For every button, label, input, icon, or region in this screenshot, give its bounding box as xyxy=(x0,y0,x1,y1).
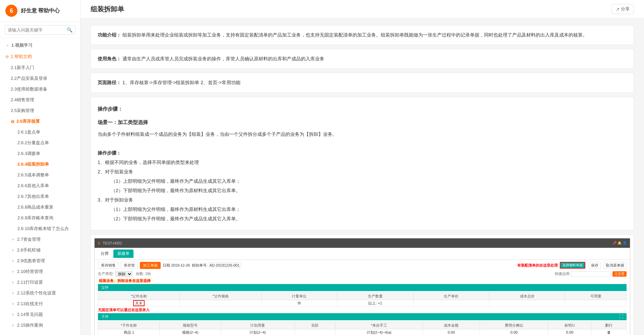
share-icon: ↗ xyxy=(616,7,620,12)
mock-inner-content: 库存销售 库存管 加工单据 日期 2019-12-26 拆卸单号 AD-2019… xyxy=(95,260,630,335)
mock-tab-bar: 自费 新建单 xyxy=(95,248,630,260)
main-area: 组装拆卸单 ↗ 分享 功能介绍： 组装拆卸单用来处理企业组装或拆卸等加工业务，支… xyxy=(80,0,644,335)
sidebar-item-docs-24[interactable]: 2.4销售管理 xyxy=(0,95,80,105)
sidebar-item-docs-264[interactable]: 2.6.4组装拆卸单 xyxy=(0,159,80,170)
sidebar-item-docs-262[interactable]: 2.6.2分量盘点单 xyxy=(0,137,80,148)
col-unit: 计量单位 xyxy=(261,292,337,300)
mock-btn-apply[interactable]: 立支置 xyxy=(612,271,627,277)
expand-icon[interactable]: ⛶ xyxy=(619,314,623,319)
cell-prod-price xyxy=(413,300,489,306)
mock-field-type: 生产类型: 组装 拆卸 xyxy=(98,271,132,277)
step2: 2、对于组装业务 xyxy=(98,167,627,176)
mock-date: 日期 2019-12-26 xyxy=(163,263,190,268)
search-box[interactable]: 🔍 xyxy=(5,25,75,35)
role-text: 通常由生产人员或库管人员完成拆装业务的操作，库管人员确认原材料的出库和产成品的入… xyxy=(122,56,324,61)
sidebar: 6 好生意 帮助中心 🔍 ＋ 1.视频学习 ⊖ 2.帮助文档 2.1新手入门 2… xyxy=(0,0,80,335)
share-button[interactable]: ↗ 分享 xyxy=(611,4,634,14)
mock-tab-zifei[interactable]: 自费 xyxy=(97,249,113,258)
sidebar-item-docs-2610[interactable]: 2.6.10库存账本错了怎么办 xyxy=(0,223,80,234)
mock-select-type[interactable]: 组装 拆卸 xyxy=(115,271,132,277)
sidebar-item-docs-214[interactable]: ＋ 2.14常见问题 xyxy=(0,309,80,320)
step3-2: （2）下部明细为子件明细，最终作为产成品生成其它入库单。 xyxy=(98,214,627,223)
role-label: 使用角色： xyxy=(98,56,121,61)
intro-block: 功能介绍： 组装拆卸单用来处理企业组装或拆卸等加工业务，支持有固定装配清单的产品… xyxy=(91,25,634,45)
sidebar-item-docs-268[interactable]: 2.6.8商品成本重算 xyxy=(0,202,80,213)
sidebar-item-docs-265[interactable]: 2.6.5成本调整单 xyxy=(0,170,80,180)
mock-field-search: 快捷品用 立支置 xyxy=(555,271,627,277)
sidebar-item-docs-267[interactable]: 2.6.7其他出库单 xyxy=(0,191,80,202)
cell-avail xyxy=(565,300,627,306)
step2-2: （2）下部明细为子件明细，最终作为原材料生成其它出库单。 xyxy=(98,186,627,195)
search-input[interactable] xyxy=(8,27,67,33)
mock-icons: 📌 🔔 👤 xyxy=(612,241,627,245)
mock-btn-cancel[interactable]: 取消原单据 xyxy=(603,262,627,269)
cell-parent-spec xyxy=(180,300,261,306)
mock-app-bar: 6 TEST-H002 📌 🔔 👤 xyxy=(95,238,630,248)
logo-text: 好生意 帮助中心 xyxy=(21,7,60,14)
sidebar-item-docs-27[interactable]: ＋ 2.7资金管理 xyxy=(0,234,80,245)
top-bar: 组装拆卸单 ↗ 分享 xyxy=(80,0,644,18)
cell-cost-1: 0.00 xyxy=(423,329,480,335)
path-label: 页面路径： xyxy=(98,80,121,85)
col-prod-price: 生产单价 xyxy=(413,292,489,300)
sidebar-item-docs-269[interactable]: 2.6.9库存账本查询 xyxy=(0,213,80,223)
mock-btn-kucun[interactable]: 库存销售 xyxy=(98,262,119,269)
sidebar-item-docs-211[interactable]: ＋ 2.11打印设置 xyxy=(0,277,80,288)
table-row: 关木 件 以上: +1 xyxy=(98,300,627,306)
logo-icon: 6 xyxy=(5,5,17,17)
mock-company: TEST-H002 xyxy=(103,241,122,245)
mock-tab-new[interactable]: 新建单 xyxy=(113,249,133,258)
mock-lower-header: 子件 ⛶ xyxy=(98,313,627,320)
mock-dh: 拆卸单号 AD-20191226-001 xyxy=(192,263,241,268)
col-label-u: 标明U xyxy=(548,322,591,329)
annotation4: 组装业务、拆卸业务在这里选择 xyxy=(98,278,152,283)
mock-btn-save[interactable]: 保存 xyxy=(589,262,601,269)
col-cost-amt: 成本金额 xyxy=(423,322,480,329)
screenshot-container: 6 TEST-H002 📌 🔔 👤 自费 新建单 xyxy=(91,234,634,335)
steps-block: 操作步骤： 场景一：加工类型选择 当由多个子件材料组装成一个成品的业务为【组装】… xyxy=(91,97,634,230)
step3: 3、对于拆卸业务 xyxy=(98,195,627,205)
col-alloc-ratio: 费用分摊比 xyxy=(480,322,548,329)
sidebar-item-docs-29[interactable]: ＋ 2.9优惠券管理 xyxy=(0,256,80,266)
cell-del-1[interactable]: 🗑 xyxy=(591,329,627,335)
role-block: 使用角色： 通常由生产人员或库管人员完成拆装业务的操作，库管人员确认原材料的出库… xyxy=(91,49,634,69)
sidebar-item-docs-213[interactable]: ＋ 2.13在线支付 xyxy=(0,298,80,309)
search-area: 🔍 xyxy=(0,22,80,38)
sidebar-item-docs-25[interactable]: 2.5采购管理 xyxy=(0,105,80,116)
mock-lower-label: 子件 xyxy=(101,314,109,319)
search-icon[interactable]: 🔍 xyxy=(67,27,72,33)
logo-area: 6 好生意 帮助中心 xyxy=(0,0,80,22)
sidebar-item-docs-26[interactable]: ⊖ 2.6库存核算 xyxy=(0,116,80,127)
sidebar-item-video[interactable]: ＋ 1.视频学习 xyxy=(0,40,80,51)
sidebar-item-docs-263[interactable]: 2.6.3调拨单 xyxy=(0,148,80,159)
mock-input-search[interactable] xyxy=(571,271,611,277)
mock-btn-jiagong[interactable]: 加工单据 xyxy=(140,262,161,269)
sidebar-item-docs-28[interactable]: ＋ 2.8手机旺铺 xyxy=(0,245,80,256)
annotation-wrapper5: 无固定清单可以通过在这里录入 xyxy=(98,308,627,313)
sidebar-item-docs-266[interactable]: 2.6.6其他入库单 xyxy=(0,180,80,191)
sidebar-item-docs-212[interactable]: ＋ 2.12系统个性化设置 xyxy=(0,288,80,298)
sidebar-item-docs-210[interactable]: ＋ 2.10经营管理 xyxy=(0,266,80,277)
cell-manual-1: 计划(2~4)~4(a) xyxy=(335,329,423,335)
sidebar-item-docs-22[interactable]: 2.2产品安装及登录 xyxy=(0,73,80,84)
sidebar-item-docs-261[interactable]: 2.6.1盘点单 xyxy=(0,127,80,137)
steps-title: 操作步骤： xyxy=(98,104,627,114)
cell-prod-qty: 以上: +1 xyxy=(337,300,413,306)
step3-1: （1）上部明细为父件明细，最终作为原材料生成其它出库单； xyxy=(98,205,627,214)
mock-lower-table: *子件名称 规格型号 计划用量 实际 *来自手工 成本金额 费用分摊比 标明U … xyxy=(98,322,627,335)
content-area: 功能介绍： 组装拆卸单用来处理企业组装或拆卸等加工业务，支持有固定装配清单的产品… xyxy=(80,18,644,335)
cell-spec-1: 规格(2~4) xyxy=(160,329,221,335)
mock-btn-kucunguan[interactable]: 库存管 xyxy=(121,262,138,269)
col-parent-spec: *父件规格 xyxy=(180,292,261,300)
sidebar-item-docs-23[interactable]: 2.3使用前数据准备 xyxy=(0,84,80,95)
mock-screenshot: 6 TEST-H002 📌 🔔 👤 自费 新建单 xyxy=(94,238,630,335)
table-row: 商品 1 规格(2~4) 计划(2~4) 计划(2~4)~4(a) 0.00 0… xyxy=(98,329,627,335)
sidebar-item-docs-215[interactable]: ＋ 2.15操作案例 xyxy=(0,320,80,331)
cell-cost-total xyxy=(489,300,565,306)
sidebar-item-docs[interactable]: ⊖ 2.帮助文档 xyxy=(0,51,80,62)
sidebar-item-docs-21[interactable]: 2.1新手入门 xyxy=(0,62,80,73)
intro-text: 组装拆卸单用来处理企业组装或拆卸等加工业务，支持有固定装配清单的产品加工业务，也… xyxy=(122,32,587,38)
col-spec-type: 规格型号 xyxy=(160,322,221,329)
mock-btn-select[interactable]: 选择物料单据 xyxy=(560,262,585,269)
annotation-wrapper1: 组装业务、拆卸业务在这里选择 xyxy=(98,278,627,283)
